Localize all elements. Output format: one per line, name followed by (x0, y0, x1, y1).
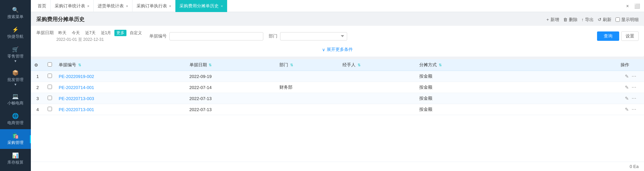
page-title: 采购费用分摊单历史 (36, 16, 85, 23)
refresh-icon: ↺ (598, 17, 601, 22)
dept-label: 部门 (269, 33, 277, 39)
close-window-button[interactable]: × (625, 3, 630, 9)
sidebar-item-ecom[interactable]: 🌐 电商管理 (0, 109, 31, 129)
tab-purchase-order-stats[interactable]: 采购订单统计表 × (51, 0, 94, 12)
dept-select[interactable]: 财务部 (280, 32, 347, 40)
sidebar-item-finance[interactable]: 💰 资金管理 (0, 169, 31, 171)
filter-area: 单据日期 昨天 今天 近7天 近1月 更多 自定义 2022-01-01 至 2… (31, 26, 644, 57)
date-shortcuts: 昨天 今天 近7天 近1月 更多 自定义 (56, 30, 144, 36)
more-icon-4[interactable]: ⋯ (632, 107, 636, 112)
date-custom-btn[interactable]: 自定义 (128, 30, 144, 36)
tab-home[interactable]: 首页 (34, 0, 51, 12)
sidebar-item-quicknav[interactable]: ⚡ 快捷导航 (0, 23, 31, 43)
sidebar-item-search[interactable]: 🔍 搜索菜单 (0, 3, 31, 23)
row-docno-2[interactable]: PE-20220714-001 (55, 82, 186, 93)
tab-purchase-cost-split-close[interactable]: × (221, 4, 223, 8)
table-row: 2 PE-20220714-001 2022-07-14 财务部 按金额 ✎ (31, 82, 644, 93)
sidebar: 🔍 搜索菜单 ⚡ 快捷导航 🛒 零售管理 ▼ 📦 批发管理 ▼ 💻 小畅电商 🌐… (0, 0, 31, 171)
col-ops-header: 操作 (617, 59, 644, 71)
inventory-icon: 📊 (12, 152, 19, 159)
retail-icon: 🛒 (12, 46, 19, 53)
delete-button[interactable]: 🗑 删除 (563, 17, 578, 23)
row-docno-1[interactable]: PE-20220919-002 (55, 71, 186, 82)
row-docno-link-1[interactable]: PE-20220919-002 (59, 74, 94, 79)
row-dept-1 (276, 71, 339, 82)
edit-icon-4[interactable]: ✎ (625, 107, 629, 112)
expand-more-btn[interactable]: ∨ 展开更多条件 (322, 47, 353, 53)
row-ops-container-3: ✎ ⋯ (621, 96, 641, 101)
table-body: 1 PE-20220919-002 2022-09-19 按金额 ✎ ⋯ (31, 71, 644, 115)
col-dept-header[interactable]: 部门 ⇅ (276, 59, 339, 71)
row-splitmethod-4: 按金额 (416, 104, 617, 115)
row-docno-link-4[interactable]: PE-20220713-001 (59, 107, 94, 112)
add-label: 新增 (550, 17, 559, 23)
row-docdate-2: 2022-07-14 (186, 82, 276, 93)
tab-purchase-cost-split[interactable]: 采购费用分摊单历史 × (175, 0, 227, 12)
row-ops-container-4: ✎ ⋯ (621, 107, 641, 112)
more-icon-1[interactable]: ⋯ (632, 74, 636, 79)
col-handler-header[interactable]: 经手人 ⇅ (339, 59, 416, 71)
tab-purchase-order-exec-close[interactable]: × (169, 4, 171, 8)
sidebar-item-retail[interactable]: 🛒 零售管理 ▼ (0, 43, 31, 66)
query-button[interactable]: 查询 (597, 31, 619, 41)
row-handler-4 (339, 104, 416, 115)
main-area: 首页 采购订单统计表 × 进货单统计表 × 采购订单执行表 × 采购费用分摊单历… (31, 0, 644, 171)
date-yesterday-btn[interactable]: 昨天 (56, 30, 68, 36)
row-handler-2 (339, 82, 416, 93)
tab-purchase-order-exec[interactable]: 采购订单执行表 × (132, 0, 175, 12)
col-setting-header[interactable]: ⚙ (31, 59, 44, 71)
col-docdate-header[interactable]: 单据日期 ⇅ (186, 59, 276, 71)
row-cb-4[interactable] (44, 104, 55, 115)
row-cb-2[interactable] (44, 82, 55, 93)
tab-inbound-stats-close[interactable]: × (126, 4, 128, 8)
date-today-btn[interactable]: 今天 (70, 30, 82, 36)
row-docno-link-2[interactable]: PE-20220714-001 (59, 85, 94, 90)
row-cb-1[interactable] (44, 71, 55, 82)
col-splitmethod-header[interactable]: 分摊方式 ⇅ (416, 59, 617, 71)
date-1month-btn[interactable]: 近1月 (99, 30, 113, 36)
sidebar-item-mini-ecom[interactable]: 💻 小畅电商 (0, 90, 31, 109)
sidebar-item-purchase[interactable]: 🛍️ 采购管理 (0, 129, 31, 149)
row-checkbox-2[interactable] (48, 85, 52, 89)
date-more-btn[interactable]: 更多 (114, 30, 126, 36)
sidebar-item-label: 批发管理 (7, 77, 23, 83)
row-checkbox-1[interactable] (48, 74, 52, 78)
tab-inbound-stats-label: 进货单统计表 (98, 3, 124, 9)
table-area: ⚙ 单据编号 ⇅ 单据日期 ⇅ 部门 (31, 59, 644, 162)
sidebar-item-wholesale[interactable]: 📦 批发管理 ▼ (0, 66, 31, 90)
more-icon-2[interactable]: ⋯ (632, 85, 636, 90)
row-checkbox-4[interactable] (48, 107, 52, 111)
more-icon-3[interactable]: ⋯ (632, 96, 636, 101)
doc-no-input[interactable] (169, 32, 263, 40)
export-button[interactable]: ↑ 导出 (582, 17, 594, 23)
row-docno-link-3[interactable]: PE-20220713-003 (59, 96, 94, 101)
edit-icon-2[interactable]: ✎ (625, 85, 629, 90)
sidebar-item-inventory[interactable]: 📊 库存核算 (0, 149, 31, 169)
select-all-checkbox[interactable] (48, 62, 52, 67)
row-checkbox-3[interactable] (48, 96, 52, 100)
refresh-button[interactable]: ↺ 刷新 (598, 17, 611, 23)
date-7days-btn[interactable]: 近7天 (83, 30, 98, 36)
col-docno-header[interactable]: 单据编号 ⇅ (55, 59, 186, 71)
edit-icon-3[interactable]: ✎ (625, 96, 629, 101)
row-ops-4: ✎ ⋯ (617, 104, 644, 115)
table-row: 3 PE-20220713-003 2022-07-13 按金额 ✎ ⋯ (31, 93, 644, 104)
row-ops-2: ✎ ⋯ (617, 82, 644, 93)
add-button[interactable]: + 新增 (546, 17, 559, 23)
row-docno-3[interactable]: PE-20220713-003 (55, 93, 186, 104)
filter-settings-button[interactable]: 设置 (621, 31, 639, 41)
tab-purchase-order-stats-close[interactable]: × (87, 4, 89, 8)
show-cols-checkbox[interactable] (615, 17, 620, 22)
sidebar-item-label: 搜索菜单 (7, 14, 23, 20)
row-dept-4 (276, 104, 339, 115)
sort-docdate-icon: ⇅ (209, 63, 212, 67)
row-cb-3[interactable] (44, 93, 55, 104)
sidebar-item-label: 电商管理 (7, 120, 23, 126)
tab-inbound-stats[interactable]: 进货单统计表 × (94, 0, 132, 12)
edit-icon-1[interactable]: ✎ (625, 74, 629, 79)
maximize-window-button[interactable]: ⬜ (633, 3, 641, 9)
row-docno-4[interactable]: PE-20220713-001 (55, 104, 186, 115)
col-handler-label: 经手人 (342, 62, 356, 67)
show-cols-toggle[interactable]: 显示明细 (615, 17, 639, 23)
refresh-label: 刷新 (603, 17, 611, 23)
